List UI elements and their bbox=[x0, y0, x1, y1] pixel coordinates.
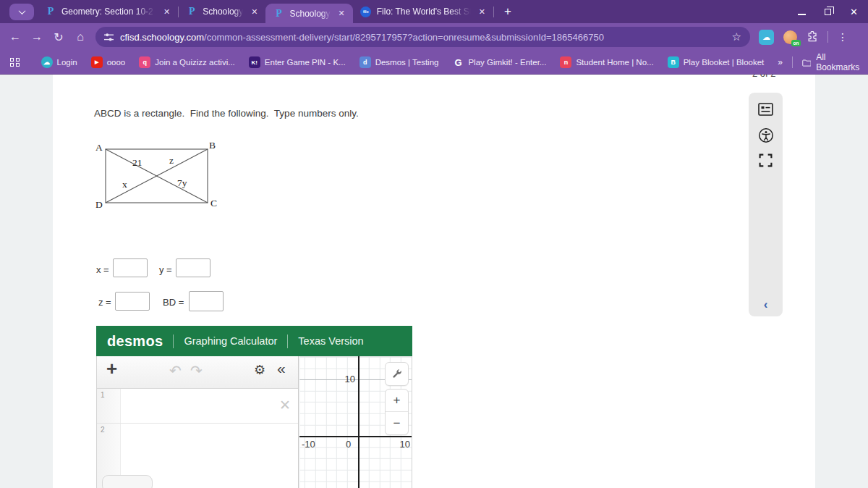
close-tab-icon[interactable]: ✕ bbox=[161, 7, 172, 17]
z-label: z = bbox=[98, 297, 111, 308]
restore-button[interactable] bbox=[825, 5, 831, 18]
schoology-favicon-icon: P bbox=[186, 6, 197, 17]
fullscreen-button[interactable] bbox=[749, 153, 783, 167]
youtube-icon: ▶ bbox=[91, 56, 103, 68]
reload-button[interactable]: ↻ bbox=[48, 30, 69, 44]
keyboard-toggle-button[interactable] bbox=[102, 475, 153, 488]
expression-toolbar: + ↶ ↷ ⚙ « bbox=[97, 356, 298, 389]
redo-icon[interactable]: ↷ bbox=[190, 362, 203, 379]
vertex-d-label: D bbox=[95, 199, 103, 210]
close-window-button[interactable]: ✕ bbox=[850, 7, 858, 17]
tab-filo[interactable]: filo Filo: The World's Best Study He ✕ bbox=[353, 0, 493, 23]
tab-title: Geometry: Section 10-2 | Schoo bbox=[61, 7, 156, 17]
question-overview-button[interactable] bbox=[749, 103, 783, 116]
close-tab-icon[interactable]: ✕ bbox=[249, 7, 260, 17]
extension-on-icon[interactable]: on bbox=[783, 30, 797, 44]
gimkit-icon: G bbox=[452, 56, 464, 68]
y-axis bbox=[358, 356, 359, 488]
desmos-product-label: Graphing Calculator bbox=[184, 335, 277, 347]
extension-cloud-icon[interactable]: ☁ bbox=[759, 30, 774, 45]
zoom-in-button[interactable]: + bbox=[386, 390, 408, 412]
y-label: y = bbox=[159, 264, 172, 275]
bookmark-quizizz[interactable]: qJoin a Quizizz activi... bbox=[139, 56, 235, 68]
accessibility-button[interactable] bbox=[749, 127, 783, 143]
accessibility-icon bbox=[758, 127, 774, 143]
extensions-puzzle-icon[interactable] bbox=[807, 31, 818, 43]
on-badge: on bbox=[791, 40, 801, 46]
question-text: ABCD is a rectangle. Find the following.… bbox=[94, 108, 359, 119]
tab-title: Filo: The World's Best Study He bbox=[377, 7, 471, 17]
collapse-panel-button[interactable]: « bbox=[277, 360, 286, 377]
browser-menu-button[interactable]: ⋮ bbox=[838, 31, 848, 43]
collapse-panel-chevron[interactable]: ‹ bbox=[749, 298, 783, 312]
back-button[interactable]: ← bbox=[4, 30, 26, 43]
toolbar-separator bbox=[827, 31, 828, 43]
restore-icon bbox=[825, 9, 831, 15]
kahoot-icon: K! bbox=[249, 56, 260, 68]
bookmark-gimkit[interactable]: GPlay Gimkit! - Enter... bbox=[452, 56, 546, 68]
zoom-controls: + − bbox=[385, 389, 409, 435]
tab-search-button[interactable] bbox=[9, 4, 34, 20]
new-tab-button[interactable]: + bbox=[501, 4, 514, 19]
home-button[interactable]: ⌂ bbox=[69, 30, 91, 43]
bd-label: BD = bbox=[163, 297, 184, 308]
tab-schoology-active[interactable]: P Schoology ✕ bbox=[265, 4, 352, 23]
x-axis-max-label: 10 bbox=[400, 439, 410, 450]
schoology-favicon-icon: P bbox=[273, 8, 284, 20]
page-content: 2 of 2 ABCD is a rectangle. Find the fol… bbox=[0, 75, 868, 488]
gear-icon[interactable]: ⚙ bbox=[254, 362, 265, 378]
y-answer-input[interactable] bbox=[176, 258, 210, 277]
filo-favicon-icon: filo bbox=[360, 6, 372, 17]
noredink-icon: n bbox=[560, 56, 571, 68]
graph-paper[interactable]: 10 -10 0 10 + − bbox=[299, 356, 412, 488]
bookmark-noredink[interactable]: nStudent Home | No... bbox=[560, 56, 653, 68]
tab-geometry[interactable]: P Geometry: Section 10-2 | Schoo ✕ bbox=[38, 0, 178, 23]
vertex-a-label: A bbox=[95, 142, 103, 153]
bookmark-blooket[interactable]: BPlay Blooket | Blooket bbox=[668, 56, 765, 68]
header-divider bbox=[287, 335, 288, 348]
schoology-favicon-icon: P bbox=[45, 6, 56, 17]
x-axis bbox=[299, 436, 412, 437]
graph-settings-button[interactable] bbox=[385, 362, 409, 386]
add-expression-button[interactable]: + bbox=[106, 358, 117, 380]
assessment-tools-panel: ‹ bbox=[749, 93, 783, 316]
tab-schoology-1[interactable]: P Schoology ✕ bbox=[179, 0, 265, 23]
bookmark-oooo[interactable]: ▶oooo bbox=[91, 56, 126, 68]
site-settings-tune-icon[interactable] bbox=[104, 33, 114, 42]
close-tab-icon[interactable]: ✕ bbox=[336, 8, 347, 19]
minimize-icon bbox=[798, 14, 806, 15]
desmos-logo: desmos bbox=[107, 333, 163, 350]
address-bar[interactable]: cfisd.schoology.com/common-assessment-de… bbox=[95, 27, 750, 47]
minimize-button[interactable] bbox=[798, 5, 806, 18]
vertex-c-label: C bbox=[210, 198, 217, 209]
question-progress: 2 of 2 bbox=[752, 75, 776, 79]
overview-card-icon bbox=[758, 103, 773, 116]
zoom-out-button[interactable]: − bbox=[386, 412, 408, 434]
folder-icon bbox=[802, 58, 811, 67]
bookmark-login[interactable]: ☁Login bbox=[41, 56, 77, 68]
url-text: cfisd.schoology.com/common-assessment-de… bbox=[120, 32, 726, 43]
expression-row-1[interactable]: 1 ✕ bbox=[97, 389, 298, 424]
bookmark-star-icon[interactable]: ☆ bbox=[732, 30, 741, 43]
desmos-edition-label: Texas Version bbox=[298, 335, 363, 347]
bookmark-desmos[interactable]: dDesmos | Testing bbox=[359, 56, 439, 68]
undo-icon[interactable]: ↶ bbox=[169, 362, 182, 379]
bookmarks-overflow-button[interactable]: » bbox=[778, 57, 783, 67]
apps-grid-icon[interactable] bbox=[10, 58, 20, 67]
quizizz-icon: q bbox=[139, 56, 150, 68]
delete-expression-icon[interactable]: ✕ bbox=[279, 397, 291, 413]
chevron-down-icon bbox=[18, 7, 25, 14]
bd-answer-input[interactable] bbox=[189, 291, 224, 311]
segment-7y-label: 7y bbox=[177, 177, 187, 188]
bookmark-kahoot[interactable]: K!Enter Game PIN - K... bbox=[249, 56, 346, 68]
desmos-header: desmos Graphing Calculator Texas Version bbox=[96, 326, 412, 356]
x-answer-input[interactable] bbox=[113, 258, 148, 277]
x-axis-min-label: -10 bbox=[302, 439, 315, 450]
vertex-b-label: B bbox=[209, 140, 216, 151]
browser-toolbar: ← → ↻ ⌂ cfisd.schoology.com/common-asses… bbox=[0, 23, 868, 51]
z-answer-input[interactable] bbox=[115, 292, 150, 311]
all-bookmarks-button[interactable]: All Bookmarks bbox=[802, 52, 861, 72]
forward-button[interactable]: → bbox=[26, 30, 48, 43]
blooket-icon: B bbox=[668, 56, 679, 68]
close-tab-icon[interactable]: ✕ bbox=[477, 7, 488, 17]
